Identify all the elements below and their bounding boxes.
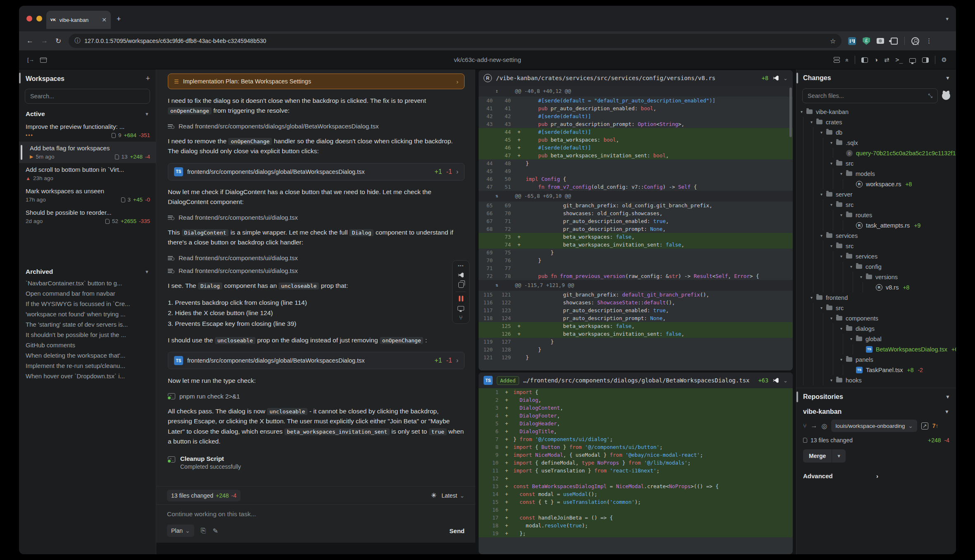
pause-icon[interactable] — [459, 296, 463, 301]
shield-extension-icon[interactable]: £ — [863, 37, 870, 45]
open-external-icon[interactable]: ↗ — [921, 422, 928, 429]
tool-call-row[interactable]: Read frontend/src/components/ui/dialog.t… — [168, 254, 465, 261]
bookmark-star-icon[interactable]: ☆ — [830, 37, 836, 45]
chevron-down-icon[interactable]: ▼ — [944, 409, 949, 415]
site-info-icon[interactable]: ⓘ — [74, 37, 80, 45]
workspace-list-item[interactable]: Should be possible to reorder...2d ago52… — [19, 206, 156, 228]
tree-file-row[interactable]: {}query-70b21c5c0a2ba5c21c9c1132f14a68 — [796, 148, 956, 158]
send-button[interactable]: Send — [449, 527, 465, 534]
workspace-list-item[interactable]: Add beta flag for workspaces▶5m ago13+24… — [19, 142, 156, 163]
tree-folder-row[interactable]: ▾src — [796, 199, 956, 210]
hunk-header-row[interactable]: ⇅@@ -115,7 +121,9 @@ — [479, 280, 793, 291]
tab-close-icon[interactable]: ✕ — [102, 17, 107, 23]
conversation-scroll[interactable]: ☰Implementation Plan: Beta Workspaces Se… — [156, 69, 475, 486]
tree-folder-row[interactable]: ▾vibe-kanban — [796, 107, 956, 117]
tree-folder-row[interactable]: ▾db — [796, 127, 956, 138]
tree-folder-row[interactable]: ▾.sqlx — [796, 138, 956, 148]
tree-folder-row[interactable]: ▾routes — [796, 210, 956, 220]
workspace-list-item[interactable]: Mark workspaces as unseen17h ago3+45-0 — [19, 185, 156, 206]
expand-hunk-icon[interactable]: ⇅ — [479, 191, 515, 202]
url-text[interactable]: 127.0.0.1:57095/workspaces/c63c9fd6-dfb8… — [84, 38, 826, 44]
tree-folder-row[interactable]: ▾src — [796, 158, 956, 168]
archived-workspace-item[interactable]: `NavbarContainer.tsx` button to g... — [19, 278, 156, 288]
settings-gear-icon[interactable]: ⚙ — [942, 55, 947, 64]
add-workspace-button[interactable]: + — [145, 74, 150, 83]
hunk-header-row[interactable]: ↥@@ -40,8 +40,12 @@ — [479, 86, 793, 97]
github-icon[interactable] — [942, 92, 950, 100]
tree-folder-row[interactable]: ▾versions — [796, 272, 956, 282]
vscode-icon[interactable] — [458, 272, 464, 278]
tree-folder-row[interactable]: ▾global — [796, 334, 956, 344]
collapse-chevron-icon[interactable]: ⌄ — [783, 377, 788, 384]
reload-icon[interactable]: ↻ — [55, 37, 61, 45]
archived-section-header[interactable]: Archived▼ — [19, 266, 156, 278]
archived-workspace-item[interactable]: If the WYSIWYG is focussed in `Cre... — [19, 299, 156, 309]
kanban-extension-icon[interactable] — [848, 37, 856, 45]
tree-file-row[interactable]: Rtask_attempts.rs+9 — [796, 220, 956, 230]
implementation-plan-banner[interactable]: ☰Implementation Plan: Beta Workspaces Se… — [168, 74, 465, 89]
diff-header[interactable]: TS Added …/frontend/src/components/dialo… — [479, 373, 793, 388]
collapse-all-icon[interactable]: « — [844, 59, 851, 61]
tree-folder-row[interactable]: ▾hooks — [796, 375, 956, 385]
expand-hunk-icon[interactable]: ↥ — [479, 86, 515, 97]
archived-workspace-item[interactable]: The 'starting' state of dev servers is..… — [19, 319, 156, 330]
left-panel-toggle-icon[interactable] — [861, 57, 868, 63]
tree-folder-row[interactable]: ▾src — [796, 241, 956, 251]
url-bar[interactable]: ⓘ 127.0.0.1:57095/workspaces/c63c9fd6-df… — [69, 34, 842, 48]
swap-panels-icon[interactable]: ⇄ — [884, 55, 889, 64]
tab-list-chevron-icon[interactable]: ▾ — [946, 16, 949, 22]
browser-tab[interactable]: VK vibe-kanban ✕ — [46, 11, 111, 29]
merge-dropdown-chevron[interactable]: ▼ — [832, 449, 846, 463]
archived-workspace-item[interactable]: When hover over `Dropdown.tsx` i... — [19, 371, 156, 381]
new-tab-button[interactable]: + — [117, 15, 121, 24]
target-icon[interactable]: ◎ — [821, 422, 827, 430]
diff-header[interactable]: R /vibe-kanban/crates/services/src/servi… — [479, 70, 793, 86]
tree-folder-row[interactable]: ▾crates — [796, 117, 956, 127]
archived-workspace-item[interactable]: GitHub comments — [19, 340, 156, 350]
file-search-input[interactable]: Search files... ⤡ — [802, 88, 938, 103]
tree-folder-row[interactable]: ▾frontend — [796, 292, 956, 303]
collapse-chevron-icon[interactable]: ⌄ — [783, 75, 788, 81]
tree-folder-row[interactable]: ▾dialogs — [796, 323, 956, 334]
browser-menu-icon[interactable]: ⋮ — [926, 37, 932, 45]
workspace-search-input[interactable]: Search... — [25, 89, 150, 104]
tree-folder-row[interactable]: ▾services — [796, 230, 956, 241]
workspace-list-item[interactable]: Add scroll to bottom button in `Virt...▲… — [19, 163, 156, 185]
back-icon[interactable]: ← — [26, 37, 33, 45]
chevron-down-icon[interactable]: ▼ — [945, 75, 950, 81]
tree-folder-row[interactable]: ▾src — [796, 303, 956, 313]
archived-workspace-item[interactable]: Implement the re-run setup/cleanu... — [19, 361, 156, 371]
tree-file-row[interactable]: TSTaskPanel.tsx+8-2 — [796, 365, 956, 375]
open-in-vscode-icon[interactable] — [772, 75, 779, 81]
merge-button[interactable]: Merge — [803, 449, 832, 463]
edited-file-chip[interactable]: TSfrontend/src/components/dialogs/global… — [168, 352, 465, 369]
tree-folder-row[interactable]: ▾models — [796, 168, 956, 179]
copy-icon[interactable] — [458, 282, 464, 288]
right-panel-toggle-icon[interactable] — [922, 57, 929, 63]
monitor-icon[interactable] — [458, 306, 464, 311]
collapse-tree-icon[interactable]: ⤡ — [928, 93, 932, 99]
archived-workspace-item[interactable]: Open command bar from navbar — [19, 288, 156, 299]
archived-workspace-item[interactable]: It shouldn't be possible for just the ..… — [19, 330, 156, 340]
chevron-down-icon[interactable]: ▼ — [945, 394, 950, 400]
message-input[interactable]: Continue working on this task... — [156, 504, 475, 520]
files-changed-chip[interactable]: 13 files changed +248 -4 — [167, 490, 241, 501]
mode-dropdown[interactable]: Plan⌄ — [167, 524, 194, 537]
workspace-list-item[interactable]: Improve the preview functionality: ...••… — [19, 120, 156, 142]
open-in-vscode-icon[interactable] — [772, 377, 779, 384]
tree-folder-row[interactable]: ▾components — [796, 313, 956, 323]
tool-call-row[interactable]: Read frontend/src/components/ui/dialog.t… — [168, 214, 465, 221]
edit-pen-icon[interactable]: ✎ — [213, 527, 218, 535]
terminal-icon[interactable]: >_ — [895, 55, 903, 64]
tool-call-row[interactable]: Read frontend/src/components/dialogs/glo… — [168, 123, 465, 130]
cleanup-script-block[interactable]: >_Cleanup ScriptCompleted successfully — [168, 455, 465, 470]
tree-folder-row[interactable]: ▾config — [796, 261, 956, 272]
tree-folder-row[interactable]: ▾services — [796, 251, 956, 261]
tree-folder-row[interactable]: ▾server — [796, 189, 956, 199]
tree-file-row[interactable]: Rv8.rs+8 — [796, 282, 956, 292]
minimize-window-button[interactable] — [36, 16, 42, 21]
forward-icon[interactable]: → — [41, 37, 48, 45]
extensions-puzzle-icon[interactable] — [891, 38, 898, 45]
edited-file-chip[interactable]: TSfrontend/src/components/dialogs/global… — [168, 163, 465, 180]
tree-file-row[interactable]: TSBetaWorkspacesDialog.tsx+63 — [796, 344, 956, 354]
